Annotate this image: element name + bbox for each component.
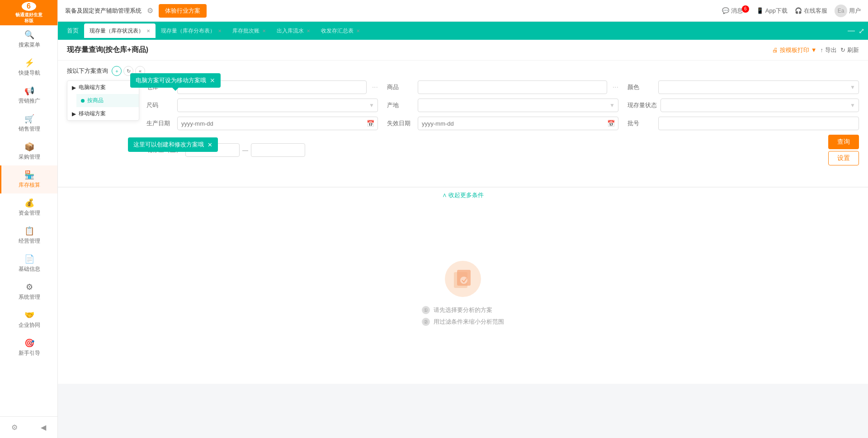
sidebar-item-inventory[interactable]: 🏪 库存核算 (0, 165, 57, 193)
sidebar-item-basic[interactable]: 📄 基础信息 (0, 250, 57, 278)
sidebar-bottom: ⚙ ◀ (0, 416, 57, 438)
produce-date-input[interactable] (177, 117, 378, 130)
main-area: 装备及固定资产辅助管理系统 ⚙ 体验行业方案 💬 消息 6 📱 App下载 🎧 … (58, 0, 868, 438)
message-btn[interactable]: 💬 消息 6 (722, 7, 749, 15)
tab-close-batch-account[interactable]: ✕ (262, 28, 266, 33)
schema-tooltip-close[interactable]: ✕ (210, 77, 215, 84)
page-content: 现存量查询(按仓库+商品) 🖨 按模板打印 ▼ ↑ 导出 ↻ 刷新 (58, 40, 868, 438)
sidebar-item-system[interactable]: ⚙ 系统管理 (0, 278, 57, 306)
sidebar: 6 畅通道好生意 标版 🔍 搜索菜单 ⚡ 快捷导航 📢 营销推广 🛒 销售管理 … (0, 0, 58, 438)
filter-row-batch: 批号 (627, 117, 859, 130)
batch-input[interactable] (658, 117, 859, 130)
page-header: 现存量查询(按仓库+商品) 🖨 按模板打印 ▼ ↑ 导出 ↻ 刷新 (58, 40, 868, 61)
sidebar-item-sales[interactable]: 🛒 销售管理 (0, 109, 57, 137)
size-label: 尺码 (146, 101, 174, 109)
filter-row-expire-date: 失效日期 📅 (387, 117, 618, 130)
support-btn[interactable]: 🎧 在线客服 (795, 7, 827, 15)
color-down-icon: ▼ (850, 84, 855, 90)
schema-panel: ▶ 电脑端方案 按商品 ▶ 移动端方案 (67, 80, 139, 121)
sidebar-item-enterprise[interactable]: 🤝 企业协同 (0, 306, 57, 334)
schema-sub-pc[interactable]: 按商品 (76, 94, 139, 107)
print-btn[interactable]: 🖨 按模板打印 ▼ (772, 46, 817, 54)
experience-btn[interactable]: 体验行业方案 (159, 4, 207, 18)
sidebar-item-guide[interactable]: 🎯 新手引导 (0, 334, 57, 362)
logo-icon: 6 (22, 2, 36, 11)
tab-inventory-status[interactable]: 现存量（库存状况表） ✕ (84, 24, 156, 38)
add-schema-btn[interactable]: ＋ (112, 66, 122, 76)
user-area[interactable]: Ea 用户 (835, 5, 861, 17)
export-btn[interactable]: ↑ 导出 (821, 46, 837, 54)
sidebar-item-quick-nav[interactable]: ⚡ 快捷导航 (0, 53, 57, 81)
collapse-row[interactable]: ∧ 收起更多条件 (58, 187, 868, 203)
basic-icon: 📄 (24, 254, 34, 264)
filter-row-color: 颜色 ▼ (627, 80, 859, 94)
produce-date-label: 生产日期 (146, 119, 174, 127)
export-icon: ↑ (821, 47, 824, 53)
enterprise-icon: 🤝 (24, 310, 34, 320)
expire-date-input[interactable] (418, 117, 618, 130)
message-icon: 💬 (722, 7, 729, 14)
sidebar-item-search[interactable]: 🔍 搜索菜单 (0, 25, 57, 53)
tab-home[interactable]: 首页 (61, 27, 84, 35)
operations-icon: 📋 (24, 226, 34, 236)
tab-close-collect-summary[interactable]: ✕ (356, 28, 360, 33)
goods-input[interactable] (418, 80, 607, 94)
tab-batch-account[interactable]: 库存批次账 ✕ (227, 24, 271, 38)
expire-date-wrap: 📅 (418, 117, 618, 130)
tab-in-out-flow[interactable]: 出入库流水 ✕ (271, 24, 316, 38)
schema-item-mobile[interactable]: ▶ 移动端方案 (67, 107, 139, 120)
settings-icon[interactable]: ⚙ (147, 6, 153, 15)
origin-input[interactable] (418, 99, 618, 112)
tab-collect-summary[interactable]: 收发存汇总表 ✕ (316, 24, 365, 38)
avatar: Ea (835, 5, 847, 17)
size-input[interactable] (177, 99, 378, 112)
goods-label: 商品 (387, 83, 414, 91)
sidebar-item-operations[interactable]: 📋 经营管理 (0, 221, 57, 250)
quick-nav-icon: ⚡ (24, 58, 34, 68)
app-download-btn[interactable]: 📱 App下载 (756, 7, 788, 15)
filter-row-stock-status: 现存量状态 ▼ (627, 99, 859, 112)
empty-state: ① 请先选择要分析的方案 ② 用过滤条件来缩小分析范围 (58, 203, 868, 384)
empty-icon (445, 261, 481, 297)
filter-title: 按以下方案查询 (67, 67, 108, 75)
sidebar-item-marketing[interactable]: 📢 营销推广 (0, 81, 57, 109)
marketing-icon: 📢 (24, 86, 34, 96)
warehouse-dots: ··· (372, 83, 378, 91)
color-input[interactable] (658, 80, 859, 94)
stock-amount-max[interactable] (251, 143, 305, 157)
tab-close-in-out-flow[interactable]: ✕ (307, 28, 310, 33)
expand-icon-mobile: ▶ (72, 111, 76, 117)
search-btn[interactable]: 查询 (828, 135, 859, 149)
system-icon: ⚙ (26, 282, 33, 292)
tab-minimize-btn[interactable]: — (848, 27, 855, 35)
settings-btn[interactable]: ⚙ (9, 421, 19, 433)
collapse-sidebar-btn[interactable]: ◀ (39, 421, 48, 433)
reset-btn[interactable]: 设置 (828, 151, 859, 165)
tab-close-inventory-status[interactable]: ✕ (146, 28, 150, 33)
expire-date-calendar-icon[interactable]: 📅 (607, 120, 615, 127)
empty-tips: ① 请先选择要分析的方案 ② 用过滤条件来缩小分析范围 (422, 306, 504, 326)
refresh-btn[interactable]: ↻ 刷新 (840, 46, 859, 54)
produce-date-calendar-icon[interactable]: 📅 (367, 120, 374, 127)
filter-area: 按以下方案查询 ＋ ↻ « 电脑方案可设为移动方案哦 ✕ (58, 61, 868, 187)
headset-icon: 🎧 (795, 7, 802, 14)
tab-close-inventory-dist[interactable]: ✕ (218, 28, 222, 33)
guide-icon: 🎯 (24, 338, 34, 348)
stock-status-input[interactable] (660, 99, 859, 112)
sidebar-item-finance[interactable]: 💰 资金管理 (0, 193, 57, 221)
message-badge: 6 (742, 5, 749, 13)
page-inner: 现存量查询(按仓库+商品) 🖨 按模板打印 ▼ ↑ 导出 ↻ 刷新 (58, 40, 868, 384)
page-actions: 🖨 按模板打印 ▼ ↑ 导出 ↻ 刷新 (772, 46, 859, 54)
goods-dots: ··· (613, 83, 618, 91)
tab-inventory-dist[interactable]: 现存量（库存分布表） ✕ (156, 24, 227, 38)
sidebar-item-purchase[interactable]: 📦 采购管理 (0, 137, 57, 165)
schema-item-pc[interactable]: ▶ 电脑端方案 (67, 81, 139, 94)
edit-tooltip-close[interactable]: ✕ (208, 141, 212, 148)
filter-row-produce-date: 生产日期 📅 (146, 117, 378, 130)
tip-num-1: ① (422, 306, 430, 314)
batch-label: 批号 (627, 119, 655, 127)
print-icon: 🖨 (772, 47, 778, 53)
header-left: 装备及固定资产辅助管理系统 ⚙ 体验行业方案 (65, 4, 207, 18)
inventory-icon: 🏪 (24, 170, 34, 180)
tab-maximize-btn[interactable]: ⤢ (859, 27, 864, 35)
